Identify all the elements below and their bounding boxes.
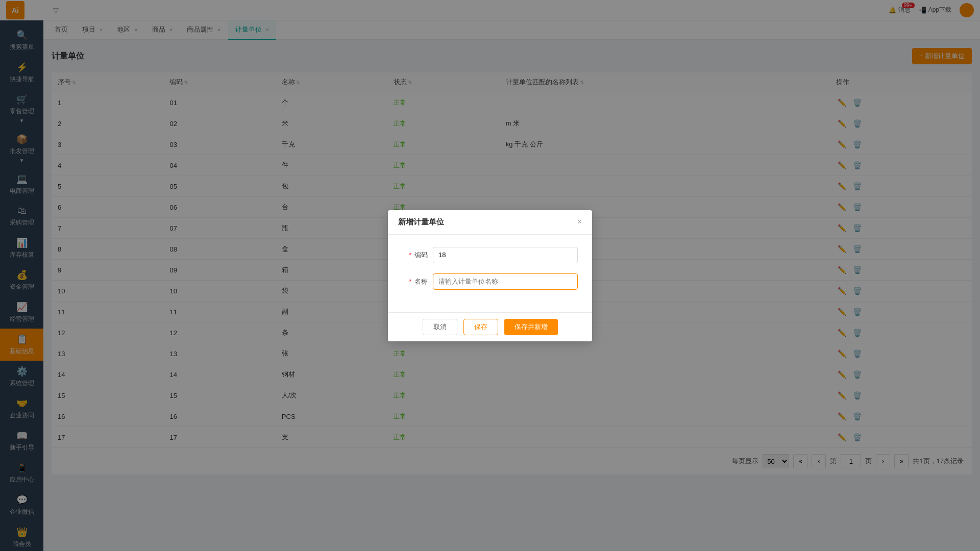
code-field-row: * 编码 — [402, 247, 578, 263]
modal-footer: 取消 保存 保存并新增 — [388, 312, 592, 341]
modal-header: 新增计量单位 × — [388, 210, 592, 235]
name-input[interactable] — [433, 273, 578, 290]
code-input[interactable] — [433, 247, 578, 263]
modal-title: 新增计量单位 — [398, 217, 444, 227]
name-field-row: * 名称 — [402, 273, 578, 290]
save-and-new-button[interactable]: 保存并新增 — [504, 319, 558, 335]
save-button[interactable]: 保存 — [463, 319, 498, 335]
add-unit-modal: 新增计量单位 × * 编码 * 名称 取消 保存 保存并新增 — [388, 210, 592, 341]
code-label: * 编码 — [402, 251, 433, 260]
modal-body: * 编码 * 名称 — [388, 235, 592, 312]
cancel-button[interactable]: 取消 — [423, 319, 457, 335]
name-label: * 名称 — [402, 277, 433, 286]
modal-overlay[interactable]: 新增计量单位 × * 编码 * 名称 取消 保存 保存并新增 — [0, 0, 980, 551]
modal-close-button[interactable]: × — [577, 217, 582, 227]
